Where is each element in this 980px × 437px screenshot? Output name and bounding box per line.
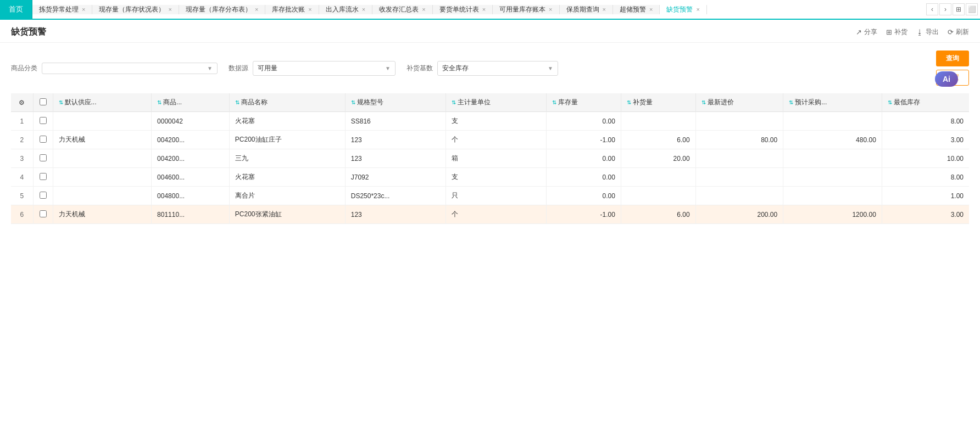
col-header-unit: ⇅ 主计量单位 [446, 93, 547, 112]
query-button[interactable]: 查询 [936, 51, 969, 66]
row-est-purchase [783, 149, 882, 168]
code-sort-icon: ⇅ [157, 99, 162, 105]
tab-close-batch-account[interactable]: × [308, 6, 311, 13]
category-select[interactable]: ▼ [42, 63, 218, 74]
row-checkbox-cell[interactable] [33, 131, 53, 149]
tab-available-ledger[interactable]: 可用量库存账本× [493, 5, 559, 14]
tab-home[interactable]: 首页 [0, 0, 32, 19]
stock-sort-icon: ⇅ [552, 99, 556, 105]
replenish-basis-select[interactable]: 安全库存 ▼ [437, 61, 558, 76]
tab-close-inout-flow[interactable]: × [362, 6, 365, 13]
row-est-purchase: 480.00 [783, 131, 882, 149]
export-icon: ⭳ [916, 28, 923, 36]
row-supplier [53, 149, 152, 168]
col-header-min-stock: ⇅ 最低库存 [882, 93, 969, 112]
row-latest-price: 80.00 [695, 131, 783, 149]
datasource-label: 数据源 [229, 64, 248, 73]
row-name: 火花塞 [229, 112, 345, 131]
refresh-button[interactable]: ⟳ 刷新 [948, 27, 969, 37]
select-all-checkbox[interactable] [40, 98, 47, 105]
row-latest-price: 200.00 [695, 205, 783, 224]
row-code: 004600... [152, 168, 230, 187]
tab-restore-btn[interactable]: ⊞ [953, 3, 965, 15]
tab-close-receive-summary[interactable]: × [422, 6, 425, 13]
row-stock: -1.00 [547, 131, 621, 149]
table-row: 2 力天机械 004200... PC200油缸庄子 123 个 -1.00 6… [11, 131, 969, 149]
row-unit: 个 [446, 205, 547, 224]
category-label: 商品分类 [11, 64, 37, 73]
share-button[interactable]: ↗ 分享 [856, 27, 877, 37]
row-spec: 123 [345, 149, 446, 168]
tab-close-shortage-warning[interactable]: × [696, 6, 699, 13]
tab-close-available-ledger[interactable]: × [549, 6, 552, 13]
tab-close-inventory-dist[interactable]: × [255, 6, 258, 13]
col-header-checkbox[interactable] [33, 93, 53, 112]
share-icon: ↗ [856, 28, 862, 36]
tab-inventory-status[interactable]: 现存量（库存状况表）× [92, 5, 179, 14]
tab-expiry-query[interactable]: 保质期查询× [560, 5, 613, 14]
ai-badge[interactable]: Ai [935, 71, 958, 87]
row-num: 4 [11, 168, 33, 187]
row-checkbox[interactable] [40, 154, 47, 161]
tab-close-expiry-query[interactable]: × [603, 6, 606, 13]
row-checkbox-cell[interactable] [33, 187, 53, 205]
tab-receive-summary[interactable]: 收发存汇总表× [372, 5, 432, 14]
col-header-stock: ⇅ 库存量 [547, 93, 621, 112]
tab-next-btn[interactable]: › [939, 3, 951, 15]
tab-shortage-warning[interactable]: 缺货预警× [660, 5, 706, 14]
row-checkbox-cell[interactable] [33, 149, 53, 168]
tab-prev-btn[interactable]: ‹ [926, 3, 938, 15]
row-checkbox-cell[interactable] [33, 205, 53, 224]
tab-label: 保质期查询 [566, 5, 599, 14]
tab-defect-processing[interactable]: 拣货异常处理× [32, 5, 92, 14]
export-button[interactable]: ⭳ 导出 [916, 27, 939, 37]
tab-close-inventory-status[interactable]: × [168, 6, 171, 13]
tab-label: 出入库流水 [326, 5, 359, 14]
row-name: PC200油缸庄子 [229, 131, 345, 149]
row-spec: 123 [345, 205, 446, 224]
tab-label: 库存批次账 [272, 5, 305, 14]
tab-inventory-dist[interactable]: 现存量（库存分布表）× [179, 5, 265, 14]
tab-label: 拣货异常处理 [39, 5, 79, 14]
row-replenish: 6.00 [621, 205, 695, 224]
datasource-value: 可用量 [258, 64, 277, 73]
row-spec: DS250*23c... [345, 187, 446, 205]
row-checkbox-cell[interactable] [33, 112, 53, 131]
datasource-filter-group: 数据源 可用量 ▼ [229, 61, 396, 76]
table-row: 5 004800... 离合片 DS250*23c... 只 0.00 1.00 [11, 187, 969, 205]
replenish-button[interactable]: ⊞ 补货 [886, 27, 907, 37]
tab-batch-account[interactable]: 库存批次账× [265, 5, 319, 14]
tab-label: 现存量（库存状况表） [99, 5, 165, 14]
tab-inout-flow[interactable]: 出入库流水× [319, 5, 372, 14]
row-min-stock: 3.00 [882, 205, 969, 224]
tab-close-defect-processing[interactable]: × [82, 6, 85, 13]
table-header-row: ⚙ ⇅ 默认供应... ⇅ 商品... [11, 93, 969, 112]
datasource-select[interactable]: 可用量 ▼ [253, 61, 396, 76]
row-checkbox[interactable] [40, 136, 47, 143]
page-header: 缺货预警 ↗ 分享 ⊞ 补货 ⭳ 导出 ⟳ 刷新 [0, 20, 980, 43]
tab-label: 现存量（库存分布表） [186, 5, 252, 14]
col-header-code: ⇅ 商品... [152, 93, 230, 112]
row-replenish: 20.00 [621, 149, 695, 168]
tab-expand-btn[interactable]: ⬜ [966, 3, 978, 15]
col-header-gear[interactable]: ⚙ [11, 93, 33, 112]
row-checkbox[interactable] [40, 117, 47, 124]
gear-icon: ⚙ [19, 99, 25, 107]
tab-close-overstock-warning[interactable]: × [649, 6, 653, 13]
row-checkbox-cell[interactable] [33, 168, 53, 187]
tab-close-demand-stat[interactable]: × [482, 6, 486, 13]
row-num: 2 [11, 131, 33, 149]
row-latest-price [695, 112, 783, 131]
tab-overstock-warning[interactable]: 超储预警× [613, 5, 660, 14]
row-latest-price [695, 149, 783, 168]
name-sort-icon: ⇅ [235, 99, 240, 105]
row-checkbox[interactable] [40, 173, 47, 180]
tab-demand-stat[interactable]: 要货单统计表× [433, 5, 493, 14]
row-num: 5 [11, 187, 33, 205]
row-checkbox[interactable] [40, 192, 47, 199]
min-stock-sort-icon: ⇅ [888, 99, 892, 105]
datasource-dropdown-icon: ▼ [385, 65, 391, 71]
row-latest-price [695, 187, 783, 205]
table-row: 6 力天机械 801110... PC200张紧油缸 123 个 -1.00 6… [11, 205, 969, 224]
row-checkbox[interactable] [40, 210, 47, 217]
